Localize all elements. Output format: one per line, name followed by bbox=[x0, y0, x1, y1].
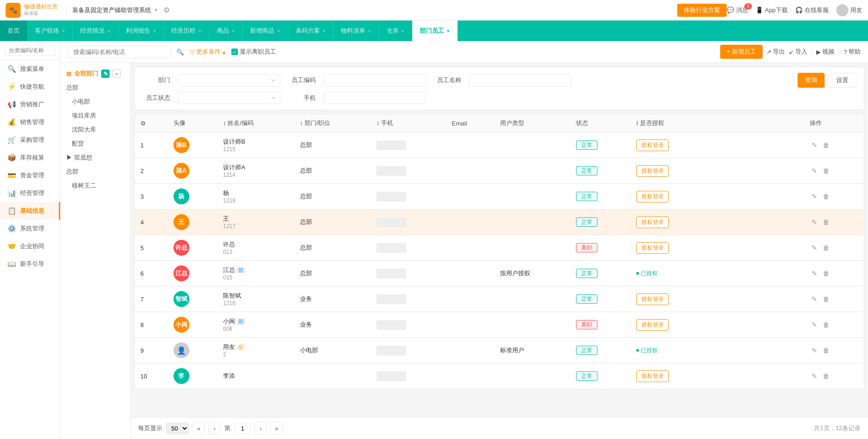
nav-tab-部门员工[interactable]: 部门员工× bbox=[412, 21, 458, 41]
close-tab-icon[interactable]: × bbox=[447, 28, 450, 34]
sidebar-item-经营管理[interactable]: 📊经营管理 bbox=[0, 184, 60, 202]
employee-search-input[interactable] bbox=[68, 46, 171, 58]
auth-login-button[interactable]: 授权登录 bbox=[636, 216, 669, 228]
online-service-button[interactable]: 🎧 在线客服 bbox=[795, 6, 829, 14]
delete-button[interactable]: 🗑 bbox=[821, 166, 831, 175]
dept-item-植树王二[interactable]: 植树王二 bbox=[61, 179, 130, 193]
close-tab-icon[interactable]: × bbox=[323, 28, 326, 34]
nav-tab-客户联络[interactable]: 客户联络× bbox=[28, 21, 73, 41]
auth-login-button[interactable]: 授权登录 bbox=[636, 242, 669, 254]
sidebar-item-销售管理[interactable]: 💰销售管理 bbox=[0, 113, 60, 131]
close-tab-icon[interactable]: × bbox=[153, 28, 156, 34]
col-dept[interactable]: ↕ 部门/职位 bbox=[294, 114, 371, 132]
delete-button[interactable]: 🗑 bbox=[821, 294, 831, 304]
delete-button[interactable]: 🗑 bbox=[821, 192, 831, 201]
reset-button[interactable]: 设置 bbox=[828, 73, 856, 88]
sidebar-item-营销推广[interactable]: 📢营销推广 bbox=[0, 96, 60, 113]
col-settings[interactable]: ⚙ bbox=[135, 114, 168, 132]
close-tab-icon[interactable]: × bbox=[277, 28, 280, 34]
gear-icon[interactable]: ⚙ bbox=[163, 6, 170, 14]
col-name[interactable]: ↕ 姓名/编码 bbox=[217, 114, 294, 132]
next-page-button[interactable]: › bbox=[255, 422, 267, 434]
sidebar-item-库存核算[interactable]: 📦库存核算 bbox=[0, 149, 60, 167]
sidebar-item-资金管理[interactable]: 💳资金管理 bbox=[0, 167, 60, 184]
auth-login-button[interactable]: 授权登录 bbox=[636, 165, 669, 177]
auth-login-button[interactable]: 授权登录 bbox=[636, 139, 669, 151]
nav-tab-经营情况[interactable]: 经营情况× bbox=[73, 21, 118, 41]
close-tab-icon[interactable]: × bbox=[402, 28, 404, 34]
export-button[interactable]: ↗ 导出 bbox=[766, 48, 785, 56]
edit-button[interactable]: ✎ bbox=[810, 294, 819, 304]
nav-tab-仓库[interactable]: 仓库× bbox=[379, 21, 412, 41]
delete-button[interactable]: 🗑 bbox=[821, 243, 831, 252]
delete-button[interactable]: 🗑 bbox=[821, 269, 831, 278]
nav-tab-物料清单[interactable]: 物料清单× bbox=[333, 21, 379, 41]
sidebar-item-基础信息[interactable]: 📋基础信息 bbox=[0, 202, 60, 220]
sidebar-item-采购管理[interactable]: 🛒采购管理 bbox=[0, 131, 60, 149]
user-menu[interactable]: 用友 bbox=[836, 4, 862, 16]
search-icon-button[interactable]: 🔍 bbox=[176, 49, 184, 56]
nav-tab-条码方案[interactable]: 条码方案× bbox=[288, 21, 333, 41]
emp-name-input[interactable] bbox=[469, 74, 571, 87]
page-input[interactable] bbox=[234, 423, 251, 434]
auth-login-button[interactable]: 授权登录 bbox=[636, 370, 669, 382]
close-tab-icon[interactable]: × bbox=[107, 28, 110, 34]
edit-button[interactable]: ✎ bbox=[810, 166, 819, 175]
sidebar-item-新手引导[interactable]: 📖新手引导 bbox=[0, 255, 60, 273]
message-button[interactable]: 💬 消息 5 bbox=[727, 6, 748, 14]
more-filter-button[interactable]: ▽ 更多条件 ▴ bbox=[190, 48, 226, 56]
sidebar-item-搜索菜单[interactable]: 🔍搜索菜单 bbox=[0, 60, 60, 78]
help-button[interactable]: ? 帮助 bbox=[844, 48, 861, 56]
nav-tab-新增商品[interactable]: 新增商品× bbox=[243, 21, 288, 41]
edit-button[interactable]: ✎ bbox=[810, 140, 819, 150]
delete-button[interactable]: 🗑 bbox=[821, 320, 831, 329]
dept-collapse-button[interactable]: « bbox=[112, 70, 121, 78]
emp-status-select[interactable] bbox=[178, 91, 280, 104]
delete-button[interactable]: 🗑 bbox=[821, 346, 831, 355]
delete-button[interactable]: 🗑 bbox=[821, 217, 831, 227]
show-inactive-checkbox[interactable]: ✓ 显示离职员工 bbox=[231, 48, 276, 56]
dept-select[interactable] bbox=[178, 74, 280, 87]
dept-item-项目库房[interactable]: 项目库房 bbox=[61, 109, 130, 123]
video-button[interactable]: ▶ 视频 bbox=[816, 48, 834, 56]
edit-button[interactable]: ✎ bbox=[810, 371, 819, 381]
first-page-button[interactable]: « bbox=[193, 422, 205, 434]
close-tab-icon[interactable]: × bbox=[368, 28, 371, 34]
dept-edit-button[interactable]: ✎ bbox=[101, 70, 110, 78]
dept-item-沈阳大库[interactable]: 沈阳大库 bbox=[61, 123, 130, 137]
add-employee-button[interactable]: + 新增员工 bbox=[720, 45, 763, 59]
edit-button[interactable]: ✎ bbox=[810, 269, 819, 278]
dept-item-小电部[interactable]: 小电部 bbox=[61, 95, 130, 109]
sidebar-item-快捷导航[interactable]: ⚡快捷导航 bbox=[0, 78, 60, 96]
dropdown-arrow-icon[interactable]: ▾ bbox=[155, 7, 158, 13]
edit-button[interactable]: ✎ bbox=[810, 217, 819, 227]
sidebar-item-系统管理[interactable]: ⚙️系统管理 bbox=[0, 220, 60, 237]
nav-tab-经营历程[interactable]: 经营历程× bbox=[164, 21, 209, 41]
edit-button[interactable]: ✎ bbox=[810, 346, 819, 355]
edit-button[interactable]: ✎ bbox=[810, 192, 819, 201]
auth-login-button[interactable]: 授权登录 bbox=[636, 293, 669, 305]
auth-login-button[interactable]: 授权登录 bbox=[636, 191, 669, 202]
nav-tab-利润报告[interactable]: 利润报告× bbox=[118, 21, 164, 41]
edit-button[interactable]: ✎ bbox=[810, 320, 819, 329]
dept-tree-header[interactable]: ⊞ 全部部门 ✎ « bbox=[61, 67, 130, 81]
query-button[interactable]: 查询 bbox=[798, 73, 825, 88]
app-download-button[interactable]: 📱 App下载 bbox=[756, 6, 788, 14]
dept-item-总部[interactable]: 总部 bbox=[61, 165, 130, 179]
auth-login-button[interactable]: 授权登录 bbox=[636, 319, 669, 331]
close-tab-icon[interactable]: × bbox=[232, 28, 235, 34]
edit-button[interactable]: ✎ bbox=[810, 243, 819, 252]
delete-button[interactable]: 🗑 bbox=[821, 371, 831, 381]
dept-item-▶ 双底想[interactable]: ▶ 双底想 bbox=[61, 151, 130, 165]
dept-item-配货[interactable]: 配货 bbox=[61, 137, 130, 151]
last-page-button[interactable]: » bbox=[271, 422, 283, 434]
nav-tab-商品[interactable]: 商品× bbox=[209, 21, 243, 41]
dept-item-总部[interactable]: 总部 bbox=[61, 81, 130, 95]
close-tab-icon[interactable]: × bbox=[62, 28, 65, 34]
per-page-select[interactable]: 50 bbox=[166, 423, 189, 434]
phone-input[interactable] bbox=[323, 91, 426, 104]
sidebar-item-企业协同[interactable]: 🤝企业协同 bbox=[0, 237, 60, 255]
close-tab-icon[interactable]: × bbox=[198, 28, 201, 34]
import-button[interactable]: ↙ 导入 bbox=[789, 48, 807, 56]
col-phone[interactable]: ↕ 手机 bbox=[371, 114, 446, 132]
